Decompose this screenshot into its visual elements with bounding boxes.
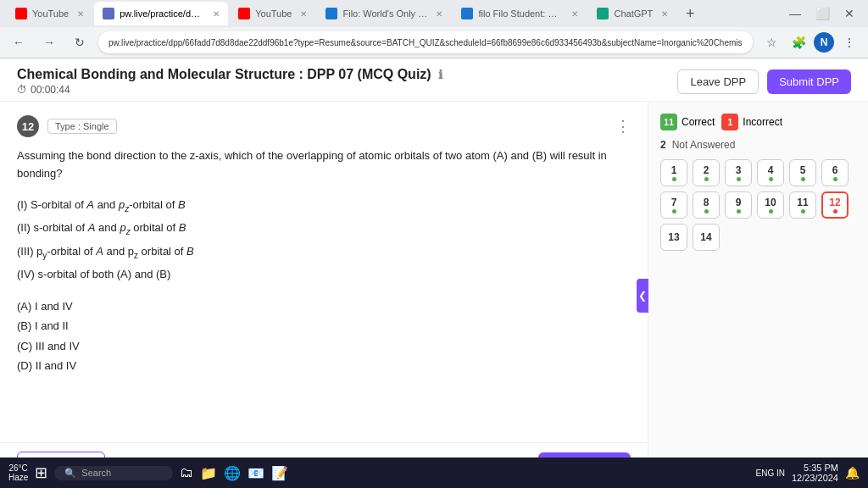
close-tab-youtube2[interactable]: ✕ — [300, 9, 307, 19]
weather-temp: 26°C — [8, 463, 28, 473]
q-circle-4[interactable]: 4 — [757, 159, 784, 186]
q3-dot — [737, 177, 741, 181]
answer-choices: (A) I and IV (B) I and II (C) III and IV… — [17, 297, 631, 376]
q-circle-2[interactable]: 2 — [693, 159, 720, 186]
search-icon: 🔍 — [64, 468, 76, 479]
more-options-icon[interactable]: ⋮ — [837, 30, 861, 54]
back-button[interactable]: ← — [7, 30, 31, 54]
app-header: Chemical Bonding and Molecular Structure… — [0, 58, 868, 102]
math-A-2: A — [88, 221, 96, 234]
taskbar-app-1[interactable]: 🗂 — [180, 465, 193, 480]
tab-chatgpt[interactable]: ChatGPT ✕ — [588, 2, 676, 25]
page-title: Chemical Bonding and Molecular Structure… — [17, 67, 442, 82]
legend-correct: 11 Correct — [660, 114, 715, 130]
tab-filo2[interactable]: filo Filo Student: World's Onl... ✕ — [453, 2, 587, 25]
option-1: (I) S-orbital of A and pz-orbital of B — [17, 195, 631, 217]
new-tab-button[interactable]: + — [678, 2, 702, 25]
q-circle-10[interactable]: 10 — [757, 191, 784, 219]
legend-incorrect: 1 Incorrect — [721, 114, 782, 130]
question-grid: 1 2 3 4 5 6 7 8 9 10 11 12 13 14 — [660, 159, 856, 251]
taskbar: 26°C Haze ⊞ 🔍 Search 🗂 📁 🌐 📧 📝 ENG IN 5:… — [0, 458, 868, 488]
tab-filo1[interactable]: Filo: World's Only Live Ins... ✕ — [317, 2, 451, 25]
clock-date: 12/23/2024 — [792, 473, 838, 483]
q-circle-9[interactable]: 9 — [725, 191, 752, 219]
taskbar-app-3[interactable]: 🌐 — [224, 465, 241, 481]
favicon-youtube2 — [238, 8, 250, 19]
close-tab-youtube1[interactable]: ✕ — [77, 9, 84, 19]
question-number-badge: 12 — [17, 115, 39, 137]
tab-title-filo1: Filo: World's Only Live Ins... — [342, 8, 427, 19]
incorrect-label: Incorrect — [743, 116, 782, 128]
info-icon[interactable]: ℹ — [438, 68, 442, 81]
choice-b: (B) I and II — [17, 316, 631, 336]
tab-youtube-2[interactable]: YouTube ✕ — [230, 2, 315, 25]
q-circle-8[interactable]: 8 — [693, 191, 720, 219]
q-circle-14[interactable]: 14 — [693, 224, 720, 251]
address-input[interactable] — [98, 31, 753, 53]
forward-button[interactable]: → — [37, 30, 61, 54]
tab-bar: YouTube ✕ pw.live/practice/dpp/66fa... ✕… — [0, 0, 868, 27]
taskbar-language: ENG IN — [755, 469, 784, 478]
taskbar-app-5[interactable]: 📝 — [271, 465, 288, 481]
close-tab-pw[interactable]: ✕ — [213, 9, 220, 19]
weather-desc: Haze — [8, 473, 28, 482]
q7-dot — [672, 209, 676, 214]
tab-title-filo2: filo Filo Student: World's Onl... — [478, 8, 563, 19]
choice-c: (C) III and IV — [17, 336, 631, 356]
submit-dpp-button[interactable]: Submit DPP — [767, 69, 851, 94]
correct-label: Correct — [682, 116, 715, 128]
q9-dot — [737, 209, 741, 214]
question-header: 12 Type : Single ⋮ — [17, 115, 631, 137]
star-icon[interactable]: ☆ — [760, 30, 783, 54]
not-answered-label: Not Answered — [672, 139, 736, 151]
q-circle-12[interactable]: 12 — [821, 191, 849, 219]
sidebar-toggle-button[interactable]: ❮ — [637, 279, 648, 313]
taskbar-app-4[interactable]: 📧 — [248, 465, 264, 481]
q-circle-6[interactable]: 6 — [821, 159, 849, 186]
option-3: (III) py-orbital of A and pz orbital of … — [17, 241, 631, 263]
question-more-icon[interactable]: ⋮ — [615, 117, 631, 136]
q-circle-1[interactable]: 1 — [660, 159, 687, 186]
title-text: Chemical Bonding and Molecular Structure… — [17, 67, 431, 82]
q1-dot — [672, 177, 676, 181]
q2-dot — [704, 177, 709, 181]
tab-title-youtube2: YouTube — [255, 8, 292, 19]
q-circle-7[interactable]: 7 — [660, 191, 687, 219]
q-circle-13[interactable]: 13 — [660, 224, 687, 251]
close-tab-filo2[interactable]: ✕ — [571, 9, 578, 19]
q10-dot — [769, 209, 773, 214]
math-B-1: B — [178, 198, 186, 211]
q12-dot — [833, 209, 837, 214]
tab-youtube-1[interactable]: YouTube ✕ — [7, 2, 92, 25]
q-circle-11[interactable]: 11 — [789, 191, 816, 219]
extensions-icon[interactable]: 🧩 — [787, 30, 810, 54]
close-tab-filo1[interactable]: ✕ — [436, 9, 442, 19]
q-circle-5[interactable]: 5 — [789, 159, 816, 186]
notification-icon[interactable]: 🔔 — [845, 466, 860, 480]
close-window-button[interactable]: ✕ — [837, 2, 861, 25]
start-button[interactable]: ⊞ — [35, 463, 47, 482]
profile-icon[interactable]: N — [814, 32, 834, 53]
tab-title-pw: pw.live/practice/dpp/66fa... — [120, 8, 204, 19]
math-B-2: B — [179, 221, 186, 234]
search-bar[interactable]: 🔍 Search — [54, 466, 173, 480]
option-2: (II) s-orbital of A and pz orbital of B — [17, 218, 631, 240]
close-tab-chatgpt[interactable]: ✕ — [661, 9, 668, 19]
q5-dot — [801, 177, 805, 181]
taskbar-app-2[interactable]: 📁 — [200, 465, 217, 481]
taskbar-clock: 5:35 PM 12/23/2024 — [792, 463, 838, 483]
address-bar-row: ← → ↻ ☆ 🧩 N ⋮ — [0, 27, 868, 58]
timer-display: ⏱ 00:00:44 — [17, 84, 442, 96]
refresh-button[interactable]: ↻ — [68, 30, 92, 54]
minimize-button[interactable]: — — [783, 2, 807, 25]
correct-dot: 11 — [660, 114, 677, 130]
leave-dpp-button[interactable]: Leave DPP — [677, 69, 759, 94]
right-sidebar: ❮ 11 Correct 1 Incorrect 2 Not Answered … — [648, 102, 868, 488]
tab-pw[interactable]: pw.live/practice/dpp/66fa... ✕ — [94, 2, 228, 25]
q-circle-3[interactable]: 3 — [725, 159, 752, 186]
taskbar-weather: 26°C Haze — [8, 463, 28, 482]
header-left: Chemical Bonding and Molecular Structure… — [17, 67, 442, 96]
restore-button[interactable]: ⬜ — [810, 2, 834, 25]
timer-icon: ⏱ — [17, 84, 27, 96]
incorrect-dot: 1 — [721, 114, 738, 130]
